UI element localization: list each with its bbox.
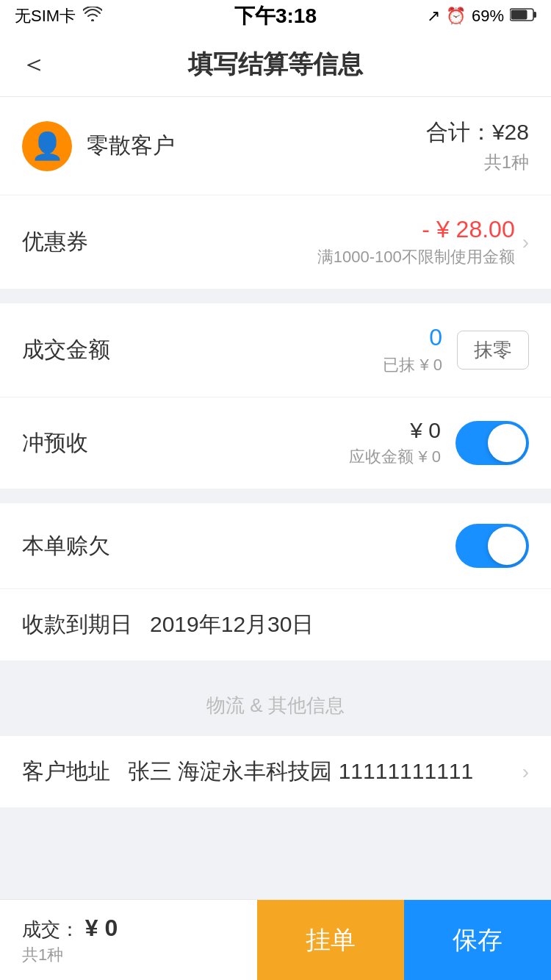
nav-bar: ＜ 填写结算等信息 xyxy=(0,32,551,97)
round-off-button[interactable]: 抹零 xyxy=(457,331,529,370)
carrier-text: 无SIM卡 xyxy=(15,5,76,27)
svg-rect-1 xyxy=(533,12,536,18)
customer-right: 合计：¥28 共1种 xyxy=(426,118,529,174)
bottom-deal-label: 成交： xyxy=(22,918,79,940)
deal-amount-col: 0 已抹 ¥ 0 xyxy=(383,324,442,376)
deal-sub-text: 已抹 ¥ 0 xyxy=(383,354,442,376)
prepay-row: 冲预收 ¥ 0 应收金额 ¥ 0 xyxy=(0,397,551,489)
prepay-col: ¥ 0 应收金额 ¥ 0 xyxy=(349,418,441,468)
content-area: 👤 零散客户 合计：¥28 共1种 优惠券 - ¥ 28.00 满1000-10… xyxy=(0,97,551,910)
coupon-row[interactable]: 优惠券 - ¥ 28.00 满1000-100不限制使用金额 › xyxy=(0,195,551,289)
bottom-left: 成交： ¥ 0 共1种 xyxy=(0,915,257,966)
customer-row: 👤 零散客户 合计：¥28 共1种 xyxy=(0,97,551,195)
debit-row: 本单赊欠 xyxy=(0,503,551,588)
back-button[interactable]: ＜ xyxy=(21,46,47,82)
page-title: 填写结算等信息 xyxy=(188,48,363,82)
prepay-toggle[interactable] xyxy=(455,421,529,465)
duedate-label: 收款到期日 xyxy=(22,610,132,640)
debit-toggle-knob xyxy=(488,527,526,565)
deal-section: 成交金额 0 已抹 ¥ 0 抹零 冲预收 ¥ 0 应收金额 ¥ 0 xyxy=(0,303,551,489)
address-chevron-icon: › xyxy=(522,760,529,784)
total-amount: 合计：¥28 xyxy=(426,118,529,148)
bottom-deal-amount: ¥ 0 xyxy=(85,915,118,941)
prepay-label: 冲预收 xyxy=(22,428,88,458)
address-value: 张三 海淀永丰科技园 11111111111 xyxy=(128,757,505,787)
status-left: 无SIM卡 xyxy=(15,5,102,27)
bottom-count: 共1种 xyxy=(22,944,235,966)
avatar-icon: 👤 xyxy=(31,131,64,162)
total-count: 共1种 xyxy=(426,151,529,174)
location-icon: ↗ xyxy=(427,7,440,26)
address-label: 客户地址 xyxy=(22,757,110,787)
duedate-row: 收款到期日 2019年12月30日 xyxy=(0,588,551,660)
alarm-icon: ⏰ xyxy=(446,7,466,26)
deal-amount-row: 成交金额 0 已抹 ¥ 0 抹零 xyxy=(0,303,551,397)
coupon-discount: - ¥ 28.00 xyxy=(317,216,515,243)
duedate-value[interactable]: 2019年12月30日 xyxy=(150,610,314,640)
save-button[interactable]: 保存 xyxy=(404,900,551,981)
deal-amount-label: 成交金额 xyxy=(22,335,110,365)
prepay-amount: ¥ 0 xyxy=(349,418,441,443)
customer-avatar: 👤 xyxy=(22,121,72,171)
pending-button[interactable]: 挂单 xyxy=(257,900,404,981)
status-right: ↗ ⏰ 69% xyxy=(427,7,536,26)
wifi-icon xyxy=(83,7,102,26)
coupon-desc: 满1000-100不限制使用金额 xyxy=(317,246,515,268)
battery-text: 69% xyxy=(472,7,504,26)
debit-section: 本单赊欠 收款到期日 2019年12月30日 xyxy=(0,503,551,660)
customer-left: 👤 零散客户 xyxy=(22,121,175,171)
bottom-deal-line: 成交： ¥ 0 xyxy=(22,915,235,943)
coupon-right: - ¥ 28.00 满1000-100不限制使用金额 › xyxy=(317,216,529,268)
customer-name: 零散客户 xyxy=(87,131,175,161)
coupon-value-block: - ¥ 28.00 满1000-100不限制使用金额 xyxy=(317,216,515,268)
coupon-chevron-icon: › xyxy=(522,231,529,254)
deal-amount-right: 0 已抹 ¥ 0 抹零 xyxy=(383,324,529,376)
address-row[interactable]: 客户地址 张三 海淀永丰科技园 11111111111 › xyxy=(0,736,551,807)
battery-icon xyxy=(510,7,536,26)
prepay-right: ¥ 0 应收金额 ¥ 0 xyxy=(349,418,529,468)
prepay-toggle-knob xyxy=(488,424,526,462)
customer-section: 👤 零散客户 合计：¥28 共1种 优惠券 - ¥ 28.00 满1000-10… xyxy=(0,97,551,289)
status-time: 下午3:18 xyxy=(234,2,317,30)
debit-label: 本单赊欠 xyxy=(22,531,110,561)
deal-amount-value[interactable]: 0 xyxy=(429,324,442,350)
debit-toggle[interactable] xyxy=(455,524,529,568)
coupon-label: 优惠券 xyxy=(22,227,88,257)
logistics-text: 物流 & 其他信息 xyxy=(206,694,345,716)
svg-rect-2 xyxy=(511,10,527,20)
logistics-divider: 物流 & 其他信息 xyxy=(0,675,551,736)
prepay-sub-text: 应收金额 ¥ 0 xyxy=(349,446,441,468)
status-bar: 无SIM卡 下午3:18 ↗ ⏰ 69% xyxy=(0,0,551,32)
bottom-bar: 成交： ¥ 0 共1种 挂单 保存 xyxy=(0,899,551,980)
address-section: 客户地址 张三 海淀永丰科技园 11111111111 › xyxy=(0,736,551,807)
